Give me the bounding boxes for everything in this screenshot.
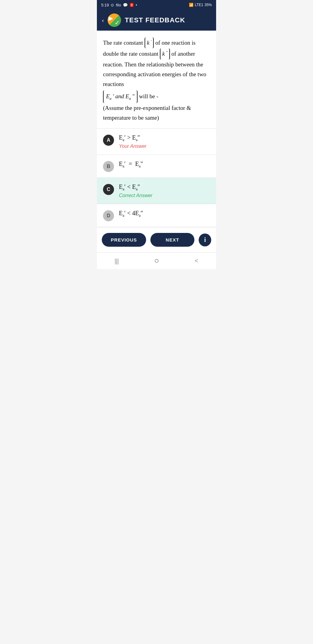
k-prime-expr: k ′ — [145, 37, 154, 48]
option-c-content: Ea′ < Ea″ Correct Answer — [119, 183, 153, 198]
network-label: LTE1 — [195, 3, 203, 7]
battery-label: 35% — [204, 3, 212, 7]
check-icon: ✓ — [115, 19, 120, 26]
option-a-math: Ea′ > Ea″ — [119, 134, 146, 142]
chat-icon: 💬 — [123, 3, 128, 7]
your-answer-label: Your Answer — [119, 144, 146, 149]
options-container: A Ea′ > Ea″ Your Answer B Ea′ = Ea″ C Ea… — [97, 129, 216, 227]
option-b-content: Ea′ = Ea″ — [119, 160, 143, 169]
nav-bar: ||| ○ < — [97, 252, 216, 269]
nav-back-icon[interactable]: < — [194, 257, 198, 265]
signal-icon: 📶 — [189, 3, 193, 7]
option-d-content: Ea′ < 4Ea″ — [119, 210, 143, 218]
option-c-math: Ea′ < Ea″ — [119, 183, 153, 192]
k-double-prime-expr: k ″ — [160, 48, 170, 59]
nav-home-icon[interactable]: ○ — [154, 256, 159, 265]
next-button[interactable]: NEXT — [150, 233, 195, 247]
back-button[interactable]: ‹ — [102, 16, 104, 24]
ea-expr: Ea ′ and Ea ″ — [103, 90, 138, 103]
option-a-content: Ea′ > Ea″ Your Answer — [119, 134, 146, 149]
status-left: 5:19 ⊙ filo 💬 🀫 • — [101, 3, 137, 7]
option-a-row[interactable]: A Ea′ > Ea″ Your Answer — [97, 129, 216, 155]
status-bar: 5:19 ⊙ filo 💬 🀫 • 📶 LTE1 35% — [97, 0, 216, 10]
page-title: TEST FEEDBACK — [125, 16, 185, 24]
whatsapp-icon: ⊙ — [111, 3, 114, 7]
option-d-badge: D — [103, 210, 114, 221]
option-c-row[interactable]: C Ea′ < Ea″ Correct Answer — [97, 178, 216, 204]
option-d-row[interactable]: D Ea′ < 4Ea″ — [97, 204, 216, 227]
question-area: The rate constant k ′ of one reaction is… — [97, 31, 216, 129]
status-right: 📶 LTE1 35% — [189, 3, 212, 7]
previous-button[interactable]: PREVIOUS — [102, 233, 146, 247]
question-text: The rate constant k ′ of one reaction is… — [103, 37, 210, 123]
option-c-badge: C — [103, 184, 114, 195]
option-b-badge: B — [103, 161, 114, 172]
correct-answer-label: Correct Answer — [119, 193, 153, 198]
bottom-buttons: PREVIOUS NEXT i — [97, 227, 216, 252]
option-b-row[interactable]: B Ea′ = Ea″ — [97, 155, 216, 178]
option-a-badge: A — [103, 135, 114, 146]
option-b-math: Ea′ = Ea″ — [119, 160, 143, 169]
app-logo: ▶ ✓ — [108, 13, 121, 27]
nav-menu-icon[interactable]: ||| — [115, 257, 119, 265]
info-button[interactable]: i — [199, 234, 211, 246]
header: ‹ ▶ ✓ TEST FEEDBACK — [97, 10, 216, 31]
dot-indicator: • — [136, 3, 137, 7]
app-icon-2: 🀫 — [130, 3, 134, 7]
app-name: filo — [116, 3, 121, 7]
option-d-math: Ea′ < 4Ea″ — [119, 210, 143, 218]
time-display: 5:19 — [101, 3, 109, 7]
